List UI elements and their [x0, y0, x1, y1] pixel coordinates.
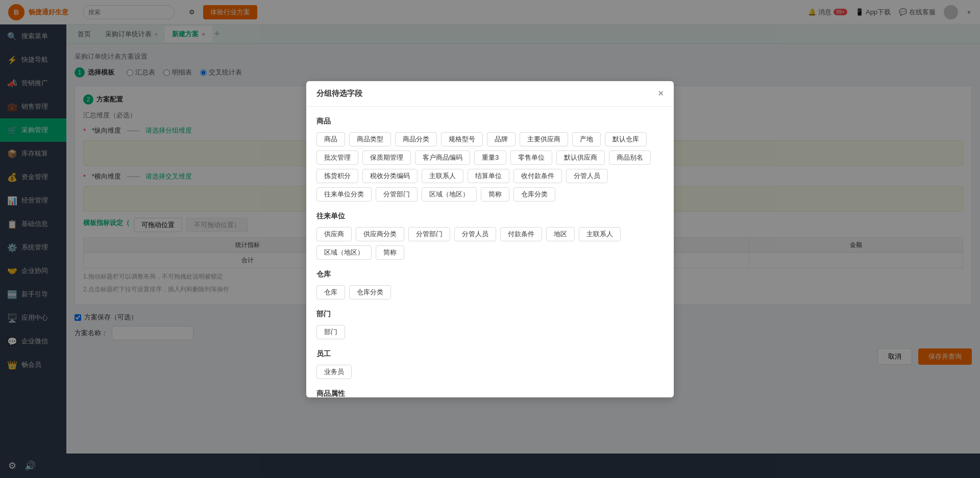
field-tags: 业务员	[316, 365, 664, 379]
field-group-部门: 部门部门	[316, 310, 664, 339]
field-tags: 商品商品类型商品分类规格型号品牌主要供应商产地默认仓库批次管理保质期管理客户商品…	[316, 132, 664, 202]
field-tag[interactable]: 商品别名	[609, 150, 651, 165]
field-tag[interactable]: 仓库分类	[349, 285, 391, 299]
field-tags: 供应商供应商分类分管部门分管人员付款条件地区主联系人区域（地区）简称	[316, 227, 664, 260]
field-tag[interactable]: 税收分类编码	[362, 169, 418, 183]
field-select-modal: 分组待选字段 × 商品商品商品类型商品分类规格型号品牌主要供应商产地默认仓库批次…	[306, 81, 674, 397]
field-tag[interactable]: 供应商分类	[356, 227, 404, 241]
field-tag[interactable]: 分管部门	[376, 187, 418, 202]
field-tag[interactable]: 商品类型	[349, 132, 391, 146]
field-group-商品: 商品商品商品类型商品分类规格型号品牌主要供应商产地默认仓库批次管理保质期管理客户…	[316, 117, 664, 202]
field-tag[interactable]: 零售单位	[510, 150, 552, 165]
field-group-商品属性: 商品属性属性颜色多规格尺码鞋码1	[316, 389, 664, 397]
field-group-title: 仓库	[316, 270, 664, 279]
field-tag[interactable]: 分管人员	[566, 169, 608, 183]
field-tag[interactable]: 仓库分类	[513, 187, 555, 202]
field-group-往来单位: 往来单位供应商供应商分类分管部门分管人员付款条件地区主联系人区域（地区）简称	[316, 212, 664, 260]
field-group-title: 商品属性	[316, 389, 664, 397]
field-tag[interactable]: 主联系人	[422, 169, 463, 183]
field-tag[interactable]: 默认仓库	[605, 132, 647, 146]
field-tag[interactable]: 结算单位	[468, 169, 509, 183]
field-tag[interactable]: 保质期管理	[362, 150, 411, 165]
field-tags: 部门	[316, 325, 664, 339]
field-tag[interactable]: 业务员	[316, 365, 352, 379]
field-group-员工: 员工业务员	[316, 349, 664, 379]
field-tag[interactable]: 分管人员	[454, 227, 496, 241]
modal-close-btn[interactable]: ×	[658, 88, 664, 99]
field-tag[interactable]: 品牌	[487, 132, 516, 146]
field-group-title: 员工	[316, 349, 664, 359]
field-tag[interactable]: 商品	[316, 132, 345, 146]
field-group-title: 往来单位	[316, 212, 664, 221]
field-tags: 仓库仓库分类	[316, 285, 664, 299]
field-group-title: 商品	[316, 117, 664, 126]
field-tag[interactable]: 地区	[546, 227, 575, 241]
field-tag[interactable]: 客户商品编码	[415, 150, 470, 165]
field-tag[interactable]: 分管部门	[408, 227, 450, 241]
modal-overlay: 分组待选字段 × 商品商品商品类型商品分类规格型号品牌主要供应商产地默认仓库批次…	[0, 0, 980, 478]
field-tag[interactable]: 仓库	[316, 285, 345, 299]
field-tag[interactable]: 规格型号	[441, 132, 483, 146]
modal-title: 分组待选字段	[316, 89, 362, 98]
field-tag[interactable]: 供应商	[316, 227, 352, 241]
field-tag[interactable]: 简称	[481, 187, 509, 202]
field-tag[interactable]: 主要供应商	[520, 132, 568, 146]
field-tag[interactable]: 批次管理	[316, 150, 358, 165]
field-tag[interactable]: 默认供应商	[556, 150, 605, 165]
field-tag[interactable]: 重量3	[474, 150, 506, 165]
field-tag[interactable]: 商品分类	[395, 132, 437, 146]
field-group-仓库: 仓库仓库仓库分类	[316, 270, 664, 299]
field-tag[interactable]: 拣货积分	[316, 169, 358, 183]
field-tag[interactable]: 往来单位分类	[316, 187, 372, 202]
field-tag[interactable]: 简称	[376, 245, 404, 260]
modal-header: 分组待选字段 ×	[306, 81, 674, 107]
field-tag[interactable]: 区域（地区）	[316, 245, 372, 260]
field-tag[interactable]: 付款条件	[500, 227, 542, 241]
field-tag[interactable]: 区域（地区）	[422, 187, 477, 202]
field-tag[interactable]: 主联系人	[579, 227, 621, 241]
field-tag[interactable]: 收付款条件	[513, 169, 562, 183]
field-tag[interactable]: 产地	[572, 132, 601, 146]
field-tag[interactable]: 部门	[316, 325, 345, 339]
modal-body: 商品商品商品类型商品分类规格型号品牌主要供应商产地默认仓库批次管理保质期管理客户…	[306, 107, 674, 397]
field-group-title: 部门	[316, 310, 664, 319]
